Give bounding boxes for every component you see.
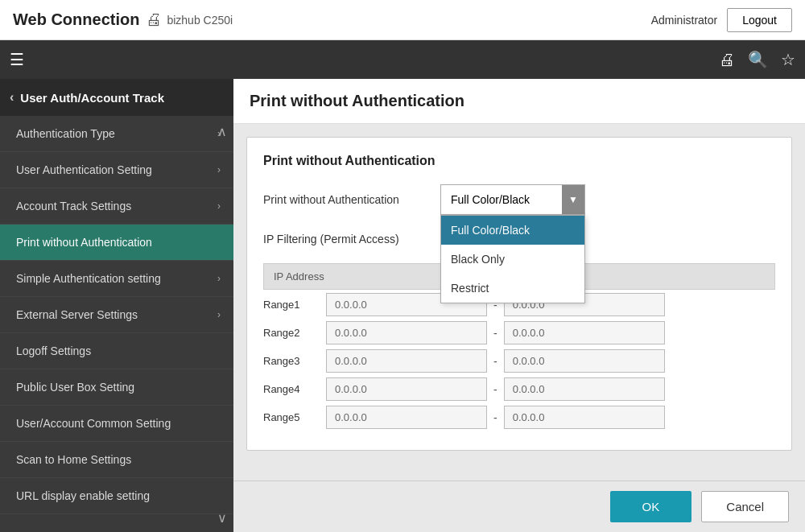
chevron-right-icon: › (217, 309, 221, 320)
sidebar-item-label: External Server Settings (16, 308, 138, 321)
sidebar-item-print-without-auth[interactable]: Print without Authentication (0, 225, 233, 261)
menu-icon[interactable]: ☰ (10, 50, 24, 69)
range4-to-input[interactable] (504, 377, 665, 401)
dropdown-option-full-color[interactable]: Full Color/Black (441, 216, 584, 245)
sidebar-item-label: Authentication Type (16, 127, 115, 140)
layout: ‹ User Auth/Account Track ∧ Authenticati… (0, 79, 805, 532)
app-title: Web Connection (13, 10, 139, 29)
sidebar-item-label: Public User Box Setting (16, 381, 134, 394)
logout-button[interactable]: Logout (727, 8, 792, 32)
range3-dash: - (493, 355, 497, 368)
ip-range-row-3: Range3 - (263, 349, 775, 373)
ok-button[interactable]: OK (610, 491, 692, 522)
dropdown-menu: Full Color/Black Black Only Restrict (440, 215, 585, 303)
header: Web Connection 🖨 bizhub C250i Administra… (0, 0, 805, 40)
content-card: Print without Authentication Print witho… (246, 137, 792, 451)
printer-icon: 🖨 (146, 10, 162, 29)
sidebar-item-logoff[interactable]: Logoff Settings (0, 333, 233, 369)
sidebar-item-url-display[interactable]: URL display enable setting (0, 478, 233, 514)
range3-from-input[interactable] (326, 349, 487, 373)
dropdown-option-restrict[interactable]: Restrict (441, 274, 584, 303)
range3-label: Range3 (263, 355, 320, 367)
print-auth-label: Print without Authentication (263, 193, 440, 206)
main-content: Print without Authentication Print witho… (233, 79, 805, 532)
cart-icon[interactable]: 🖨 (719, 51, 735, 69)
range1-label: Range1 (263, 299, 320, 311)
sidebar-item-label: URL display enable setting (16, 489, 150, 502)
chevron-right-icon: › (217, 164, 221, 175)
range3-to-input[interactable] (504, 349, 665, 373)
sidebar-header: ‹ User Auth/Account Track (0, 79, 233, 116)
sidebar-item-label: Simple Authentication setting (16, 272, 161, 285)
footer-bar: OK Cancel (233, 480, 805, 532)
range5-label: Range5 (263, 411, 320, 423)
sidebar-scroll-down[interactable]: ∨ (217, 510, 227, 526)
dropdown-option-black-only[interactable]: Black Only (441, 245, 584, 274)
sidebar-back-button[interactable]: ‹ (10, 90, 14, 105)
ip-range-row-5: Range5 - (263, 406, 775, 429)
range2-label: Range2 (263, 327, 320, 339)
header-logo: Web Connection 🖨 bizhub C250i (13, 10, 651, 29)
sidebar-item-label: User/Account Common Setting (16, 417, 171, 430)
range5-to-input[interactable] (504, 406, 665, 429)
sidebar-item-label: Logoff Settings (16, 344, 91, 357)
toolbar: ☰ 🖨 🔍 ☆ (0, 40, 805, 79)
ip-range-row-4: Range4 - (263, 377, 775, 401)
device-name: bizhub C250i (167, 14, 233, 27)
ip-filtering-label: IP Filtering (Permit Access) (263, 233, 440, 245)
sidebar: ‹ User Auth/Account Track ∧ Authenticati… (0, 79, 233, 532)
range5-dash: - (493, 411, 497, 424)
sidebar-item-user-auth-setting[interactable]: User Authentication Setting › (0, 152, 233, 188)
range4-from-input[interactable] (326, 377, 487, 401)
sidebar-item-external-server[interactable]: External Server Settings › (0, 297, 233, 333)
card-title: Print without Authentication (263, 154, 775, 168)
sidebar-item-label: User Authentication Setting (16, 163, 152, 176)
sidebar-item-user-account-common[interactable]: User/Account Common Setting (0, 406, 233, 442)
sidebar-item-public-user-box[interactable]: Public User Box Setting (0, 369, 233, 406)
dropdown-arrow-icon: ▼ (562, 185, 584, 214)
dropdown-selected-value: Full Color/Black (451, 193, 530, 206)
star-icon[interactable]: ☆ (781, 50, 795, 69)
ip-range-row-2: Range2 - (263, 321, 775, 344)
device-info: 🖨 bizhub C250i (146, 10, 233, 29)
print-auth-control: Full Color/Black ▼ Full Color/Black Blac… (440, 184, 775, 215)
search-icon[interactable]: 🔍 (748, 50, 768, 69)
sidebar-item-label: Account Track Settings (16, 200, 131, 212)
sidebar-item-scan-to-home[interactable]: Scan to Home Settings (0, 442, 233, 478)
range2-to-input[interactable] (504, 321, 665, 344)
ip-address-header: IP Address (274, 270, 324, 282)
chevron-right-icon: › (217, 273, 221, 284)
print-auth-dropdown[interactable]: Full Color/Black ▼ (440, 184, 585, 215)
range2-from-input[interactable] (326, 321, 487, 344)
range2-dash: - (493, 327, 497, 340)
sidebar-scroll-up[interactable]: ∧ (217, 124, 227, 139)
sidebar-item-label: Scan to Home Settings (16, 453, 131, 466)
print-auth-dropdown-wrapper: Full Color/Black ▼ Full Color/Black Blac… (440, 184, 585, 215)
cancel-button[interactable]: Cancel (701, 491, 789, 522)
sidebar-item-simple-auth[interactable]: Simple Authentication setting › (0, 261, 233, 297)
chevron-right-icon: › (217, 200, 221, 212)
print-auth-row: Print without Authentication Full Color/… (263, 184, 775, 215)
header-right: Administrator Logout (651, 8, 792, 32)
sidebar-item-auth-type[interactable]: Authentication Type › (0, 116, 233, 152)
range4-dash: - (493, 383, 497, 396)
page-title: Print without Authentication (233, 79, 805, 124)
range4-label: Range4 (263, 383, 320, 395)
sidebar-item-label: Print without Authentication (16, 236, 152, 249)
range5-from-input[interactable] (326, 406, 487, 429)
sidebar-item-account-track[interactable]: Account Track Settings › (0, 188, 233, 225)
sidebar-title: User Auth/Account Track (20, 91, 164, 105)
admin-label: Administrator (651, 14, 717, 27)
